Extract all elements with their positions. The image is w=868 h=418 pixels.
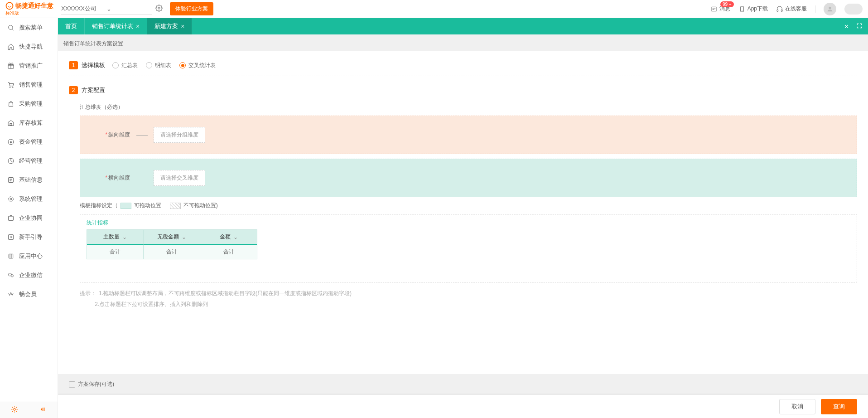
stat-body-row: 合计 合计 合计 — [87, 245, 257, 259]
sidebar-item-guide[interactable]: 新手引导 — [0, 228, 58, 247]
vip-icon — [7, 291, 14, 298]
sidebar-item-search-menu[interactable]: 搜索菜单 — [0, 18, 58, 37]
sidebar-item-quick-nav[interactable]: 快捷导航 — [0, 37, 58, 56]
legend-title: 模板指标设定（ — [80, 202, 118, 209]
cancel-button[interactable]: 取消 — [779, 399, 815, 414]
sidebar-item-app-center[interactable]: 应用中心 — [0, 247, 58, 266]
apps-icon — [7, 253, 14, 260]
close-icon[interactable]: × — [181, 23, 184, 30]
sidebar-item-label: 应用中心 — [19, 252, 43, 260]
sidebar-item-label: 新手引导 — [19, 233, 43, 241]
step-2-row: 2 方案配置 — [69, 83, 857, 101]
tab-label: 新建方案 — [154, 22, 178, 30]
close-icon[interactable]: × — [136, 23, 140, 30]
required-mark: * — [105, 175, 107, 181]
svg-point-23 — [11, 275, 13, 277]
tabs-right-actions: ✕ — [839, 18, 868, 34]
sidebar-collapse-icon[interactable] — [39, 406, 47, 414]
warehouse-icon — [7, 119, 14, 126]
radio-cross[interactable]: 交叉统计表 — [179, 62, 216, 69]
stat-col-amount-body: 合计 — [200, 245, 257, 259]
stat-col-qty-header[interactable]: 主数量⌄ — [87, 230, 144, 245]
stat-header-row: 主数量⌄ 无税金额⌄ 金额⌄ — [87, 230, 257, 245]
company-selector[interactable]: XXXXXX公司 ⌄ — [61, 3, 152, 15]
customer-service-link[interactable]: 在线客服 — [776, 5, 807, 13]
tab-sales-order-stats[interactable]: 销售订单统计表× — [85, 18, 147, 34]
brand-icon — [5, 2, 14, 10]
sidebar-item-label: 采购管理 — [19, 100, 43, 108]
sidebar-item-label: 搜索菜单 — [19, 24, 43, 32]
horizontal-dimension-box: *横向维度 —— 请选择交叉维度 — [80, 159, 857, 197]
sidebar-settings-icon[interactable] — [11, 406, 18, 414]
vertical-dim-label: *纵向维度 — [98, 131, 130, 139]
query-button[interactable]: 查询 — [821, 399, 857, 414]
settings-gear-icon[interactable] — [155, 5, 163, 13]
sidebar-item-finance[interactable]: 资金管理 — [0, 132, 58, 151]
template-radio-group: 汇总表 明细表 交叉统计表 — [112, 62, 216, 69]
team-icon — [7, 214, 14, 222]
user-avatar[interactable] — [824, 3, 836, 15]
experience-industry-button[interactable]: 体验行业方案 — [170, 2, 213, 15]
svg-rect-2 — [711, 7, 717, 11]
sidebar-item-basic-info[interactable]: 基础信息 — [0, 170, 58, 190]
sidebar-item-label: 基础信息 — [19, 176, 43, 184]
svg-rect-19 — [9, 216, 14, 220]
cart-icon — [7, 81, 14, 88]
svg-point-11 — [10, 87, 10, 87]
hint-line-1: 1.拖动标题栏可以调整布局，不可跨维度或指标区域拖动栏目字段(只能在同一维度或指… — [99, 290, 352, 296]
hint-line-2: 2.点击标题栏下拉可设置排序、插入列和删除列 — [95, 301, 208, 307]
sidebar-item-label: 经营管理 — [19, 157, 43, 165]
vertical-dimension-box: *纵向维度 —— 请选择分组维度 — [80, 116, 857, 154]
sidebar-item-label: 营销推广 — [19, 62, 43, 70]
bag-icon — [7, 100, 14, 107]
radio-summary[interactable]: 汇总表 — [112, 62, 138, 69]
user-icon — [826, 5, 834, 13]
fullscreen-icon[interactable] — [854, 21, 864, 32]
sidebar-item-purchase[interactable]: 采购管理 — [0, 94, 58, 113]
radio-detail[interactable]: 明细表 — [146, 62, 171, 69]
save-plan-label: 方案保存(可选) — [78, 380, 114, 388]
list-icon — [7, 176, 14, 184]
step-number-1: 1 — [69, 61, 78, 69]
tab-new-plan[interactable]: 新建方案× — [147, 18, 192, 34]
svg-rect-6 — [781, 10, 782, 11]
required-mark: * — [105, 131, 107, 138]
vertical-dimension-selector[interactable]: 请选择分组维度 — [154, 127, 205, 143]
svg-point-7 — [829, 6, 831, 9]
horizontal-dim-label: *横向维度 — [98, 174, 130, 182]
logo-area: 畅捷通好生意 标准版 — [5, 2, 58, 16]
phone-icon — [738, 5, 746, 13]
sidebar-item-member[interactable]: 畅会员 — [0, 285, 58, 304]
sidebar-item-wechat[interactable]: 企业微信 — [0, 266, 58, 285]
sidebar-item-business[interactable]: 经营管理 — [0, 151, 58, 170]
stat-col-amount-header[interactable]: 金额⌄ — [200, 230, 257, 245]
config-panel: 1 选择模板 汇总表 明细表 交叉统计表 2 方案配置 汇总维度（必选） — [58, 51, 868, 374]
dimension-section: 汇总维度（必选） *纵向维度 —— 请选择分组维度 *横向维度 —— 请选择交叉… — [80, 103, 857, 310]
app-download-link[interactable]: App下载 — [738, 5, 768, 13]
sidebar-item-system[interactable]: 系统管理 — [0, 190, 58, 209]
sidebar-item-sales[interactable]: 销售管理 — [0, 75, 58, 94]
sidebar-item-marketing[interactable]: 营销推广 — [0, 56, 58, 75]
sidebar-item-label: 资金管理 — [19, 138, 43, 146]
radio-label: 明细表 — [155, 62, 171, 69]
fixed-swatch-icon — [170, 203, 181, 209]
radio-label: 汇总表 — [121, 62, 138, 69]
stat-header-label: 主数量 — [103, 233, 120, 241]
sidebar-item-label: 企业微信 — [19, 271, 43, 279]
chart-icon — [7, 157, 14, 165]
stat-col-notax-body: 合计 — [144, 245, 200, 259]
save-plan-checkbox[interactable]: 方案保存(可选) — [69, 380, 114, 388]
tab-home[interactable]: 首页 — [58, 18, 85, 34]
horizontal-dimension-selector[interactable]: 请选择交叉维度 — [154, 170, 205, 186]
stat-col-notax-header[interactable]: 无税金额⌄ — [144, 230, 200, 245]
svg-point-1 — [158, 7, 160, 9]
user-menu-pill[interactable] — [844, 4, 863, 15]
stat-col-qty-body: 合计 — [87, 245, 144, 259]
sidebar-item-inventory[interactable]: 库存核算 — [0, 113, 58, 132]
draggable-swatch-icon — [121, 203, 131, 209]
stat-header-label: 无税金额 — [157, 233, 179, 241]
messages-link[interactable]: 消息 99 + — [710, 5, 730, 13]
dash-connector: —— — [136, 131, 147, 138]
sidebar-item-collaboration[interactable]: 企业协同 — [0, 209, 58, 228]
tabs-close-all-icon[interactable]: ✕ — [842, 21, 851, 32]
